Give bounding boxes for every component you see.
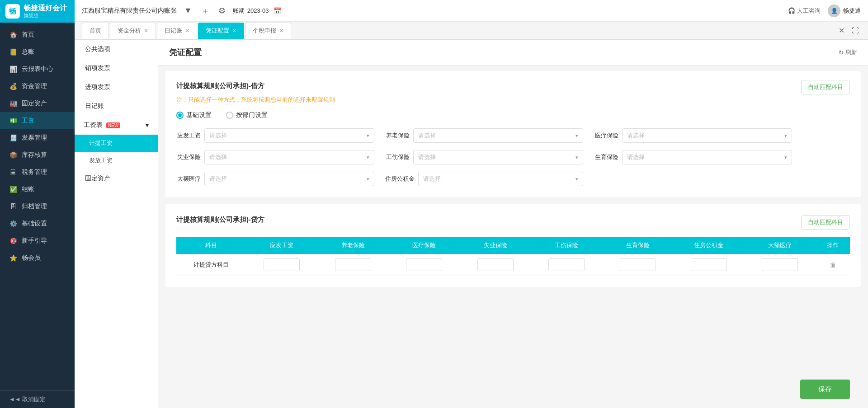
td-gjj-input-cell xyxy=(673,254,744,276)
table-header-row: 科目 应发工资 养老保险 医疗保险 失业保险 工伤保险 生育保险 住房公积金 大… xyxy=(176,237,850,254)
td-yiliao-input[interactable] xyxy=(406,258,442,271)
sidebar-item-member[interactable]: ⭐ 畅会员 xyxy=(0,249,75,267)
chevron-yanglao-icon: ▾ xyxy=(576,133,578,139)
tab-tax-report[interactable]: 个税申报 ✕ xyxy=(245,23,291,39)
select-shiye-placeholder: 请选择 xyxy=(209,153,227,161)
chevron-shengyu-icon: ▾ xyxy=(784,155,787,160)
nav-fixed-assets[interactable]: 固定资产 xyxy=(75,169,158,188)
label-yifa: 应发工资 xyxy=(176,131,201,140)
tab-journal[interactable]: 日记账 ✕ xyxy=(157,23,197,39)
sidebar-item-funds[interactable]: 💰 资金管理 xyxy=(0,78,75,95)
sidebar-item-home[interactable]: 🏠 首页 xyxy=(0,26,75,43)
td-yifa-input[interactable] xyxy=(264,258,300,271)
tab-tax-close[interactable]: ✕ xyxy=(279,28,283,34)
select-gjj-placeholder: 请选择 xyxy=(423,175,441,183)
th-gongshang: 工伤保险 xyxy=(531,237,602,254)
td-yanglao-input[interactable] xyxy=(335,258,371,271)
sidebar-item-settings[interactable]: ⚙️ 基础设置 xyxy=(0,215,75,232)
tab-funds-close[interactable]: ✕ xyxy=(144,28,148,34)
td-daeyiliao-input[interactable] xyxy=(762,258,798,271)
new-badge: NEW xyxy=(106,122,120,128)
debit-section-note: 注：只能选择一种方式，系统将按照您当前的选择来配置规则 xyxy=(176,96,792,104)
service-button[interactable]: 🎧 人工咨询 xyxy=(788,7,821,15)
label-shengyu: 生育保险 xyxy=(594,153,618,161)
content-area: 凭证配置 ↻ 刷新 计提核算规则(公司承担)-借方 注：只能选择一种方式，系统将… xyxy=(158,40,868,408)
field-shengyu: 生育保险 请选择 ▾ xyxy=(594,150,792,164)
calendar-button[interactable]: 📅 xyxy=(272,5,283,16)
inventory-icon: 📦 xyxy=(9,151,17,159)
user-menu[interactable]: 👤 畅捷通 xyxy=(828,5,861,17)
sidebar-item-closing[interactable]: ✅ 结账 xyxy=(0,181,75,198)
tab-voucher-config[interactable]: 凭证配置 ✕ xyxy=(198,23,244,39)
radio-basic[interactable]: 基础设置 xyxy=(176,111,212,119)
select-yifa[interactable]: 请选择 ▾ xyxy=(204,128,374,143)
tab-journal-close[interactable]: ✕ xyxy=(185,28,189,34)
sidebar-item-invoices[interactable]: 🧾 发票管理 xyxy=(0,129,75,146)
tab-funds[interactable]: 资金分析 ✕ xyxy=(110,23,156,39)
auto-match-debit-button[interactable]: 自动匹配科目 xyxy=(801,80,850,94)
auto-match-credit-button[interactable]: 自动匹配科目 xyxy=(801,215,850,230)
table-row: 计提贷方科目 🗑 xyxy=(176,254,850,276)
select-yiliao[interactable]: 请选择 ▾ xyxy=(622,128,792,143)
sidebar-label-member: 畅会员 xyxy=(22,254,41,262)
maximize-button[interactable]: ⛶ xyxy=(850,24,861,37)
nav-pay-salary[interactable]: 发放工资 xyxy=(75,152,158,169)
nav-salary-table-group[interactable]: 工资表 NEW ▾ xyxy=(75,116,158,135)
refresh-button[interactable]: ↻ 刷新 xyxy=(839,48,857,56)
select-gjj[interactable]: 请选择 ▾ xyxy=(418,172,583,186)
select-gongshang[interactable]: 请选择 ▾ xyxy=(413,150,583,164)
label-yiliao: 医疗保险 xyxy=(594,131,618,140)
td-gongshang-input-cell xyxy=(531,254,602,276)
sidebar-item-tax[interactable]: 🏛 税务管理 xyxy=(0,164,75,181)
radio-department[interactable]: 按部门设置 xyxy=(226,111,268,119)
sidebar-item-archive[interactable]: 🗄 归档管理 xyxy=(0,198,75,215)
select-shiye[interactable]: 请选择 ▾ xyxy=(204,150,374,164)
sidebar-item-reports[interactable]: 📊 云报表中心 xyxy=(0,61,75,78)
td-shiye-input[interactable] xyxy=(477,258,514,271)
delete-row-button[interactable]: 🗑 xyxy=(830,261,836,268)
field-yifa: 应发工资 请选择 ▾ xyxy=(176,128,374,143)
add-company-button[interactable]: ＋ xyxy=(199,4,211,18)
tabbar-actions: ✕ ⛶ xyxy=(837,24,861,37)
td-gjj-input[interactable] xyxy=(691,258,727,271)
nav-sales[interactable]: 销项发票 xyxy=(75,59,158,78)
td-subject-label: 计提贷方科目 xyxy=(176,254,246,276)
sidebar-label-archive: 归档管理 xyxy=(22,202,47,211)
field-yanglao: 养老保险 请选择 ▾ xyxy=(385,128,583,143)
td-gongshang-input[interactable] xyxy=(548,258,585,271)
close-all-button[interactable]: ✕ xyxy=(837,24,846,37)
company-dropdown-button[interactable]: ▼ xyxy=(182,4,194,17)
td-shiye-input-cell xyxy=(460,254,531,276)
settings-button[interactable]: ⚙ xyxy=(217,4,227,18)
select-shengyu[interactable]: 请选择 ▾ xyxy=(622,150,792,164)
sidebar-item-assets[interactable]: 🏭 固定资产 xyxy=(0,95,75,112)
sidebar-item-guide[interactable]: 🎯 新手引导 xyxy=(0,232,75,249)
select-shengyu-placeholder: 请选择 xyxy=(627,153,645,161)
nav-purchase[interactable]: 进项发票 xyxy=(75,78,158,97)
sidebar-label-reports: 云报表中心 xyxy=(22,65,53,73)
sidebar-item-inventory[interactable]: 📦 库存核算 xyxy=(0,146,75,164)
sidebar-item-salary[interactable]: 💵 工资 xyxy=(0,112,75,129)
app-name: 畅捷通好会计 xyxy=(24,4,67,12)
td-yiliao-input-cell xyxy=(388,254,459,276)
tab-voucher-close[interactable]: ✕ xyxy=(232,28,236,34)
nav-public[interactable]: 公共选项 xyxy=(75,40,158,59)
app-logo[interactable]: 畅 畅捷通好会计 旗舰版 xyxy=(0,0,75,23)
radio-basic-circle xyxy=(176,112,184,119)
logo-icon: 畅 xyxy=(5,4,20,19)
save-button[interactable]: 保存 xyxy=(800,380,850,399)
cancel-pin-button[interactable]: ◄◄ 取消固定 xyxy=(0,390,75,408)
tab-home-label: 首页 xyxy=(90,27,101,35)
tab-home[interactable]: 首页 xyxy=(82,23,109,39)
td-shengyu-input[interactable] xyxy=(620,258,656,271)
chevron-shiye-icon: ▾ xyxy=(367,155,369,160)
select-daeyiliao[interactable]: 请选择 ▾ xyxy=(204,172,374,186)
nav-calc-salary[interactable]: 计提工资 xyxy=(75,135,158,152)
refresh-label: 刷新 xyxy=(845,48,857,56)
nav-journal[interactable]: 日记账 xyxy=(75,97,158,116)
select-yanglao[interactable]: 请选择 ▾ xyxy=(413,128,583,143)
chevron-yifa-icon: ▾ xyxy=(367,133,369,139)
invoices-icon: 🧾 xyxy=(9,134,17,142)
chevron-daeyiliao-icon: ▾ xyxy=(367,176,369,182)
sidebar-item-ledger[interactable]: 📒 总账 xyxy=(0,43,75,61)
